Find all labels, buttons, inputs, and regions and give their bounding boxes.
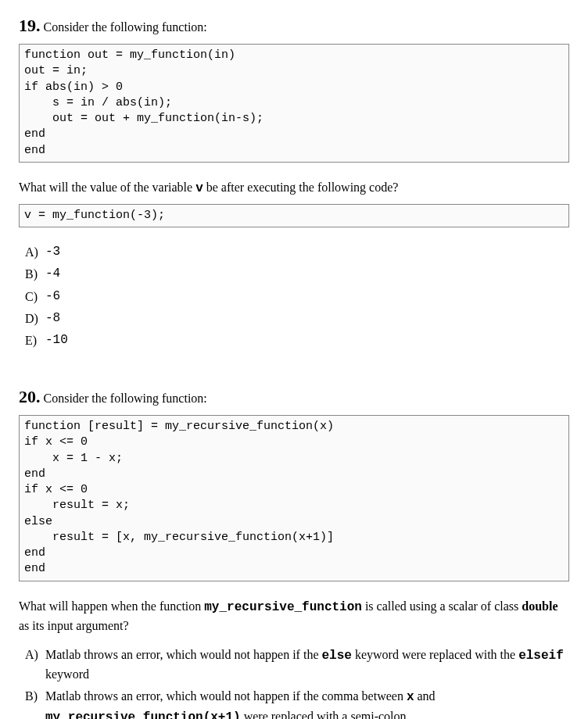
question-20-header: 20. Consider the following function: — [19, 387, 569, 407]
prompt-text: What will the value of the variable — [19, 181, 195, 194]
choice-label: E) — [25, 331, 45, 349]
prompt-class: double — [522, 599, 558, 613]
prompt-text: is called using a scalar of class — [362, 599, 522, 613]
prompt-text: be after executing the following code? — [203, 181, 399, 194]
prompt-variable: v — [195, 181, 203, 195]
text-part: and — [414, 689, 436, 703]
text-part: were replaced with a semi-colon — [241, 710, 407, 719]
choice-c: C) -6 — [25, 288, 569, 306]
choice-value: -3 — [45, 243, 569, 261]
choice-label: A) — [25, 646, 45, 664]
code-block: function [result] = my_recursive_functio… — [19, 415, 569, 581]
choice-text: Matlab throws an error, which would not … — [45, 646, 569, 683]
question-number: 19. — [19, 16, 41, 35]
code-block: v = my_function(-3); — [19, 204, 569, 227]
prompt-text: What will happen when the function — [19, 599, 204, 613]
text-part: Matlab throws an error, which would not … — [45, 689, 407, 703]
choice-value: -10 — [45, 331, 569, 349]
choice-a: A) Matlab throws an error, which would n… — [25, 646, 569, 683]
code-part: else — [322, 649, 352, 663]
choice-d: D) -8 — [25, 309, 569, 327]
question-19-header: 19. Consider the following function: — [19, 16, 569, 36]
text-part: keyword were replaced with the — [352, 648, 518, 661]
choice-label: B) — [25, 687, 45, 705]
choice-label: B) — [25, 265, 45, 283]
question-number: 20. — [19, 387, 41, 406]
choice-b: B) -4 — [25, 265, 569, 283]
choice-value: -6 — [45, 288, 569, 306]
code-part: elseif — [518, 649, 564, 663]
question-20: 20. Consider the following function: fun… — [19, 387, 569, 719]
question-intro: Consider the following function: — [44, 392, 207, 405]
question-19: 19. Consider the following function: fun… — [19, 16, 569, 349]
choice-e: E) -10 — [25, 331, 569, 349]
prompt-fn: my_recursive_function — [204, 600, 362, 614]
choice-list: A) Matlab throws an error, which would n… — [25, 646, 569, 719]
question-prompt: What will happen when the function my_re… — [19, 597, 569, 635]
choice-label: C) — [25, 288, 45, 306]
prompt-text: as its input argument? — [19, 619, 129, 632]
question-intro: Consider the following function: — [44, 20, 207, 34]
question-prompt: What will the value of the variable v be… — [19, 178, 569, 198]
choice-value: -8 — [45, 309, 569, 327]
code-block: function out = my_function(in) out = in;… — [19, 44, 569, 163]
choice-list: A) -3 B) -4 C) -6 D) -8 E) -10 — [25, 243, 569, 349]
choice-a: A) -3 — [25, 243, 569, 261]
choice-label: A) — [25, 243, 45, 261]
text-part: keyword — [45, 667, 89, 681]
code-part: my_recursive_function(x+1) — [45, 710, 241, 719]
code-part: x — [407, 690, 414, 704]
text-part: Matlab throws an error, which would not … — [45, 648, 322, 661]
choice-label: D) — [25, 309, 45, 327]
choice-b: B) Matlab throws an error, which would n… — [25, 687, 569, 719]
choice-value: -4 — [45, 265, 569, 283]
choice-text: Matlab throws an error, which would not … — [45, 687, 569, 719]
